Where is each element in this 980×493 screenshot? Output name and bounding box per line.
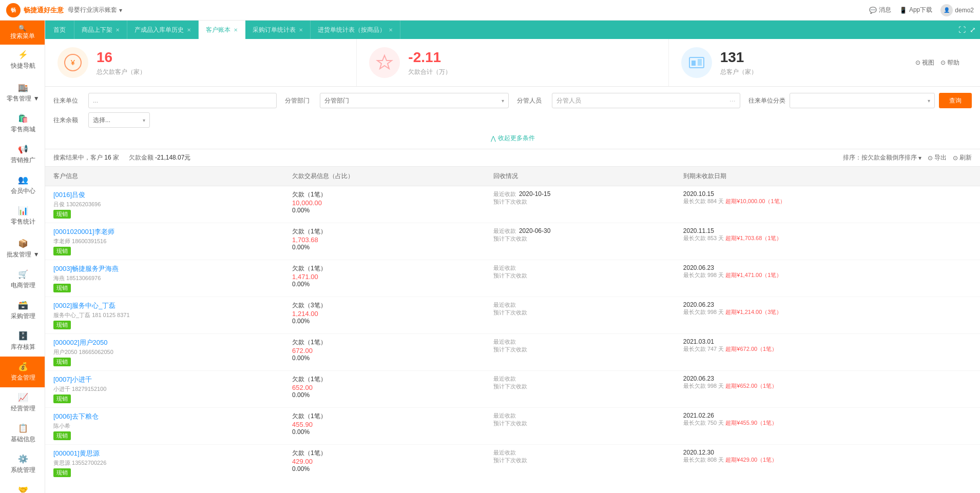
export-label: 导出 <box>934 153 947 162</box>
cell-collection-4: 最近收款 预计下次收款 <box>485 334 675 371</box>
overdue-link-3[interactable]: 超期¥1,214.00（3笔） <box>725 309 782 315</box>
customer-name-1[interactable]: [0001020001]李老师 <box>53 227 276 236</box>
sidebar-item-inventory[interactable]: 🗄️ 库存核算 <box>0 326 45 357</box>
customer-name-2[interactable]: [0003]畅捷服务尹海燕 <box>53 264 276 273</box>
overdue-link-7[interactable]: 超期¥429.00（1笔） <box>725 457 777 463</box>
sort-chevron: ▾ <box>918 154 921 162</box>
dept-placeholder: 分管部门 <box>324 96 349 105</box>
app-download-btn[interactable]: 📱 App下载 <box>899 6 932 14</box>
overdue-info-7: 最长欠款 808 天 超期¥429.00（1笔） <box>683 456 972 464</box>
debt-percent-3: 0.00% <box>292 318 310 325</box>
debt-percent-1: 0.00% <box>292 244 310 251</box>
capital-icon: 💰 <box>18 362 28 371</box>
customer-name-4[interactable]: [000002]用户2050 <box>53 338 276 347</box>
due-date-4: 2021.03.01 <box>683 338 972 345</box>
tab-expand-icon[interactable]: ⤢ <box>970 26 976 34</box>
company-selector[interactable]: 母婴行业演示账套 ▾ <box>68 6 122 14</box>
due-date-5: 2020.06.23 <box>683 375 972 382</box>
sidebar-item-retail-mgmt[interactable]: 🏬 零售管理 ▼ <box>0 77 45 108</box>
filter-balance: 往来余额 选择... ▾ <box>53 112 972 128</box>
refresh-btn[interactable]: ⊙ 刷新 <box>953 153 972 162</box>
purchase-label: 采购管理 <box>11 312 35 321</box>
overdue-link-2[interactable]: 超期¥1,471.00（1笔） <box>725 272 782 278</box>
help-btn[interactable]: ⊙ 帮助 <box>940 58 959 67</box>
sidebar-item-system[interactable]: ⚙️ 系统管理 <box>0 449 45 480</box>
debt-amount-6[interactable]: 455.90 <box>292 421 476 428</box>
collection-label-4: 最近收款 <box>493 338 667 346</box>
filter-section: 往来单位 ... 分管部门 分管部门 ▾ 分管人员 分管人员 <box>45 87 980 149</box>
sidebar-item-operations[interactable]: 📈 经营管理 <box>0 387 45 418</box>
purchase-icon: 🗃️ <box>18 300 28 310</box>
sidebar-search-btn[interactable]: 🔍 搜索菜单 <box>0 21 45 45</box>
customer-sub-0: 吕俊 13026203696 <box>53 201 276 208</box>
tab-collapse-icon[interactable]: ⛶ <box>958 26 966 34</box>
table-row: [0001020001]李老师 李老师 18600391516 现销 欠款（1笔… <box>45 223 980 260</box>
overdue-link-1[interactable]: 超期¥1,703.68（1笔） <box>725 235 782 241</box>
tab-customer-account-close[interactable]: ✕ <box>234 27 238 33</box>
customer-tag-3: 现销 <box>53 321 71 329</box>
customer-name-6[interactable]: [0006]去下粮仓 <box>53 412 276 421</box>
debt-amount-0[interactable]: 10,000.00 <box>292 199 476 207</box>
tab-product-history-close[interactable]: ✕ <box>187 27 191 33</box>
message-btn[interactable]: 💬 消息 <box>869 6 891 14</box>
overdue-link-4[interactable]: 超期¥672.00（1笔） <box>725 346 777 352</box>
sidebar-item-enterprise-coop[interactable]: 🤝 企业协同 <box>0 480 45 493</box>
tab-goods-publish-close[interactable]: ✕ <box>116 27 120 33</box>
debt-amount-2[interactable]: 1,471.00 <box>292 273 476 281</box>
cell-due-date-3: 2020.06.23 最长欠款 998 天 超期¥1,214.00（3笔） <box>675 297 980 334</box>
tab-purchase-order[interactable]: 采购订单统计表 ✕ <box>245 21 311 39</box>
person-input[interactable]: 分管人员 ··· <box>552 93 740 108</box>
dept-select[interactable]: 分管部门 ▾ <box>320 93 508 108</box>
debt-amount-5[interactable]: 652.00 <box>292 384 476 391</box>
customer-name-3[interactable]: [0002]服务中心_丁磊 <box>53 301 276 310</box>
view-icon: ⊙ <box>915 59 920 66</box>
customer-name-0[interactable]: [0016]吕俊 <box>53 190 276 200</box>
sidebar-item-quick-nav[interactable]: ⚡ 快捷导航 <box>0 45 45 75</box>
debt-amount-1[interactable]: 1,703.68 <box>292 236 476 244</box>
sort-select[interactable]: 排序：按欠款金额倒序排序 ▾ <box>843 153 921 162</box>
overdue-link-0[interactable]: 超期¥10,000.00（1笔） <box>725 198 785 204</box>
tab-purchase-order-close[interactable]: ✕ <box>299 27 303 33</box>
collapse-btn[interactable]: ⋀ 收起更多条件 <box>491 132 535 145</box>
export-btn[interactable]: ⊙ 导出 <box>928 153 947 162</box>
sidebar-item-retail-mall[interactable]: 🛍️ 零售商城 <box>0 108 45 139</box>
customer-name-7[interactable]: [000001]黄思源 <box>53 449 276 458</box>
balance-select[interactable]: 选择... ▾ <box>88 112 150 128</box>
tab-goods-publish[interactable]: 商品上下架 ✕ <box>74 21 127 39</box>
svg-text:¥: ¥ <box>70 58 75 67</box>
customer-name-5[interactable]: [0007]小进千 <box>53 375 276 384</box>
tab-product-history[interactable]: 产成品入库单历史 ✕ <box>127 21 199 39</box>
sidebar-item-marketing[interactable]: 📢 营销推广 <box>0 139 45 170</box>
sidebar-item-batch-mgmt[interactable]: 📦 批发管理 ▼ <box>0 233 45 264</box>
result-info: 搜索结果中，客户 16 家 欠款金额 -21,148.07元 <box>53 153 190 162</box>
overdue-link-6[interactable]: 超期¥455.90（1笔） <box>725 420 777 426</box>
collection-label-6: 最近收款 <box>493 412 667 420</box>
view-btn[interactable]: ⊙ 视图 <box>915 58 934 67</box>
tab-purchase-stats[interactable]: 进货单统计表（按商品） ✕ <box>311 21 400 39</box>
stat-card-total-customers: 131 总客户（家） ⊙ 视图 ⊙ 帮助 <box>669 39 980 86</box>
sidebar-item-retail-stats[interactable]: 📊 零售统计 <box>0 201 45 231</box>
collection-date-5 <box>517 375 519 382</box>
category-select[interactable]: ▾ <box>790 93 935 108</box>
sidebar-item-member[interactable]: 👥 会员中心 <box>0 170 45 201</box>
vendor-input[interactable]: ... <box>88 93 277 108</box>
sidebar-item-capital[interactable]: 💰 资金管理 <box>0 357 45 387</box>
tab-customer-account[interactable]: 客户账本 ✕ <box>199 21 245 39</box>
debt-amount-7[interactable]: 429.00 <box>292 458 476 465</box>
search-button[interactable]: 查询 <box>939 93 972 108</box>
sidebar-item-purchase[interactable]: 🗃️ 采购管理 <box>0 295 45 326</box>
tab-home[interactable]: 首页 <box>45 21 74 39</box>
sidebar-item-basic-info[interactable]: 📋 基础信息 <box>0 418 45 449</box>
overdue-link-5[interactable]: 超期¥652.00（1笔） <box>725 383 777 389</box>
th-customer-info: 客户信息 <box>45 167 284 186</box>
user-area[interactable]: 👤 demo2 <box>940 4 974 16</box>
sidebar-item-ecommerce[interactable]: 🛒 电商管理 <box>0 264 45 295</box>
due-date-7: 2020.12.30 <box>683 449 972 456</box>
debt-amount-4[interactable]: 672.00 <box>292 347 476 354</box>
table-row: [000002]用户2050 用户2050 18665062050 现销 欠款（… <box>45 334 980 371</box>
debt-amount-3[interactable]: 1,214.00 <box>292 310 476 318</box>
tab-purchase-stats-close[interactable]: ✕ <box>389 27 393 33</box>
tab-bar: 首页 商品上下架 ✕ 产成品入库单历史 ✕ 客户账本 ✕ 采购订单统计表 ✕ 进… <box>45 21 980 39</box>
filter-category: 往来单位分类 ▾ 查询 <box>748 93 972 108</box>
overdue-info-4: 最长欠款 747 天 超期¥672.00（1笔） <box>683 345 972 353</box>
